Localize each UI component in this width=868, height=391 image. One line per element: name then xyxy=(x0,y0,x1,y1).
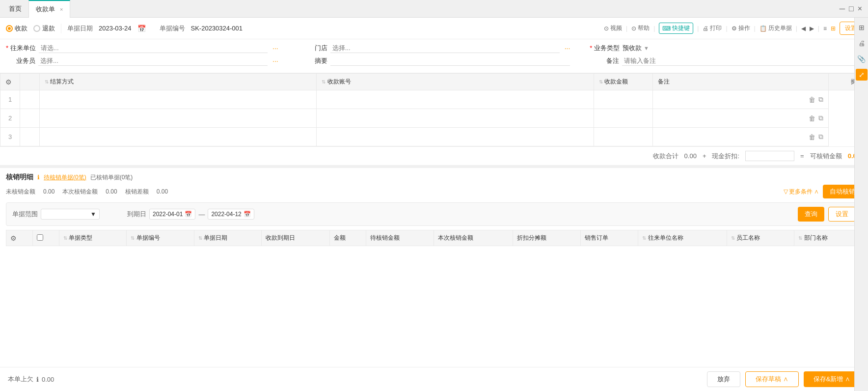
col-settlement-header: ⇅ 结算方式 xyxy=(40,74,317,90)
remark-input[interactable] xyxy=(622,56,862,66)
grid-icon[interactable]: ⊞ xyxy=(831,25,836,32)
salesperson-input[interactable] xyxy=(38,56,268,66)
save-new-button[interactable]: 保存&新增 ∧ xyxy=(804,371,860,387)
op-icon: ⚙ xyxy=(732,25,737,32)
abandon-button[interactable]: 放弃 xyxy=(707,371,740,387)
tab-receipt[interactable]: 收款单 × xyxy=(28,0,70,18)
row-2-copy-icon[interactable]: ⧉ xyxy=(818,114,823,122)
remark-field: 备注 xyxy=(590,56,862,66)
sidebar-expand-icon[interactable]: ⤢ xyxy=(856,69,868,81)
op-label: 操作 xyxy=(738,24,750,32)
operation-btn[interactable]: ⚙ 操作 xyxy=(732,24,750,32)
row-1-num: 1 xyxy=(0,90,20,109)
close-window-icon[interactable]: × xyxy=(858,4,862,13)
range-label: 单据范围 xyxy=(12,210,38,219)
counterparty-more-icon[interactable]: ··· xyxy=(272,44,278,52)
row-1-account[interactable] xyxy=(40,90,317,109)
business-type-select[interactable]: 预收款 ▼ xyxy=(623,44,649,53)
filter-settings-button[interactable]: 设置 xyxy=(828,207,856,222)
tab-home[interactable]: 首页 xyxy=(2,0,28,18)
row-1-copy-icon[interactable]: ⧉ xyxy=(818,95,823,104)
sidebar-attachment-icon[interactable]: 📎 xyxy=(856,53,868,65)
maximize-icon[interactable]: □ xyxy=(849,4,854,13)
cal-to-icon: 📅 xyxy=(244,211,251,218)
radio-refund[interactable]: 退款 xyxy=(33,24,55,33)
print-btn[interactable]: 🖨 打印 xyxy=(703,24,722,32)
row-1-amount[interactable] xyxy=(317,90,594,109)
history-btn[interactable]: 📋 历史单据 xyxy=(760,24,792,32)
rec-header: 核销明细 ℹ 待核销单据(0笔) 已核销单据(0笔) xyxy=(6,173,862,182)
rec-check-all[interactable] xyxy=(37,234,43,241)
shop-label: 门店 xyxy=(298,44,327,53)
query-button[interactable]: 查询 xyxy=(798,207,824,222)
date-from-value: 2022-04-01 xyxy=(153,211,183,218)
summary-input[interactable] xyxy=(330,56,570,66)
calendar-icon[interactable]: 📅 xyxy=(137,25,146,32)
rec-settings-icon[interactable]: ⚙ xyxy=(10,234,17,242)
row-2-account[interactable] xyxy=(40,109,317,128)
row-2-remark[interactable] xyxy=(594,109,652,128)
date-to-value: 2022-04-12 xyxy=(211,211,241,218)
shop-field: 门店 ··· xyxy=(298,43,570,53)
shop-more-icon[interactable]: ··· xyxy=(565,44,570,52)
filter-icon: ▽ xyxy=(784,188,788,195)
doc-number-label: 单据编号 xyxy=(160,24,185,33)
range-chevron-icon: ▼ xyxy=(90,211,96,218)
counterparty-input[interactable] xyxy=(39,43,268,53)
table-settings-icon[interactable]: ⚙ xyxy=(5,78,12,86)
draft-button[interactable]: 保存草稿 ∧ xyxy=(745,371,799,387)
discount-label: 现金折扣: xyxy=(712,152,739,161)
help-label: 帮助 xyxy=(638,24,650,32)
bottom-info-icon[interactable]: ℹ xyxy=(36,376,39,383)
row-1-remark[interactable] xyxy=(594,90,652,109)
row-2-amount[interactable] xyxy=(317,109,594,128)
row-3-account[interactable] xyxy=(40,128,317,146)
prev-icon[interactable]: ◀ xyxy=(801,25,806,32)
row-2-num: 2 xyxy=(0,109,20,128)
salesperson-more-icon[interactable]: ··· xyxy=(272,57,278,65)
row-3-remark[interactable] xyxy=(594,128,652,146)
counterparty-label: 往来单位 xyxy=(6,44,36,53)
main-area: 收款 退款 单据日期 2023-03-24 📅 单据编号 SK-20230324… xyxy=(0,18,868,391)
sidebar-table-icon[interactable]: ⊞ xyxy=(856,22,868,33)
next-icon[interactable]: ▶ xyxy=(810,25,814,32)
range-select[interactable]: ▼ xyxy=(41,209,100,220)
row-2-settlement[interactable] xyxy=(20,109,40,128)
list-icon[interactable]: ≡ xyxy=(823,25,827,32)
print-icon: 🖨 xyxy=(703,25,708,32)
rec-col-discount: 折扣分摊额 xyxy=(513,230,581,246)
right-sidebar: ⊞ 🖨 📎 ⤢ xyxy=(854,18,868,391)
summary-row: 收款合计 0.00 + 现金折扣: = 可核销金额 0.00 xyxy=(0,146,868,165)
col-remark-header: 备注 xyxy=(652,74,828,90)
unreconciled-value: 0.00 xyxy=(43,188,54,195)
date-to-field[interactable]: 2022-04-12 📅 xyxy=(208,209,254,220)
done-tab[interactable]: 已核销单据(0笔) xyxy=(90,173,133,182)
rec-col-pending: 待核销金额 xyxy=(366,230,434,246)
tab-bar: 首页 收款单 × ─ □ × xyxy=(0,0,868,18)
rec-info-icon[interactable]: ℹ xyxy=(37,174,40,181)
minimize-icon[interactable]: ─ xyxy=(840,4,845,13)
equals-label: = xyxy=(800,152,804,160)
row-3-delete-icon[interactable]: 🗑 xyxy=(809,133,815,141)
row-1-settlement[interactable] xyxy=(20,90,40,109)
pending-tab[interactable]: 待核销单据(0笔) xyxy=(44,173,86,182)
discount-input[interactable] xyxy=(745,151,794,161)
row-2-delete-icon[interactable]: 🗑 xyxy=(809,114,815,122)
shortcut-btn[interactable]: ⌨ 快捷键 xyxy=(659,23,693,34)
date-from-field[interactable]: 2022-04-01 📅 xyxy=(149,209,195,220)
row-3-amount[interactable] xyxy=(317,128,594,146)
sidebar-print-icon[interactable]: 🖨 xyxy=(856,37,868,49)
help-btn[interactable]: ⊙ 帮助 xyxy=(631,24,650,32)
shop-input[interactable] xyxy=(330,43,560,53)
video-btn[interactable]: ⊙ 视频 xyxy=(604,24,622,32)
tab-close-icon[interactable]: × xyxy=(60,6,63,12)
row-3-copy-icon[interactable]: ⧉ xyxy=(818,133,823,141)
row-3-settlement[interactable] xyxy=(20,128,40,146)
more-conditions-btn[interactable]: ▽ 更多条件 ∧ xyxy=(784,188,819,196)
sort-icon-amount: ⇅ xyxy=(599,79,603,84)
bottom-buttons: 放弃 保存草稿 ∧ 保存&新增 ∧ xyxy=(707,371,860,387)
radio-receipt[interactable]: 收款 xyxy=(6,24,27,33)
rec-table: ⚙ ⇅ 单据类型 ⇅ 单据编号 ⇅ 单据日期 收款到期日 金额 待核销金额 本次… xyxy=(6,230,862,246)
row-1-delete-icon[interactable]: 🗑 xyxy=(809,96,815,104)
salesperson-label: 业务员 xyxy=(6,56,35,65)
